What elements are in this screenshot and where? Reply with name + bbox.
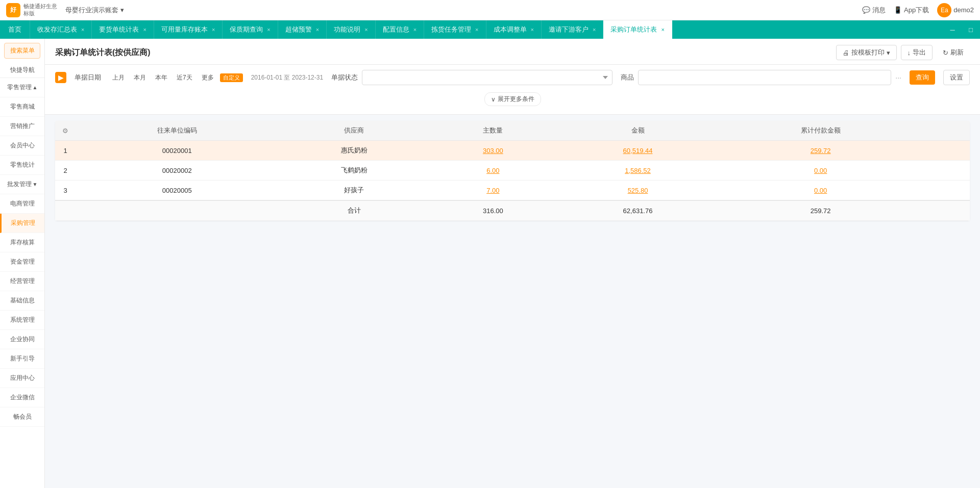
row-code: 00020005	[76, 181, 278, 201]
sidebar-item-basic-info[interactable]: 基础信息	[0, 291, 44, 311]
date-options: 上月 本月 本年 近7天 更多 自定义	[109, 72, 243, 83]
app-download-button[interactable]: 📱 App下载	[894, 6, 929, 15]
sidebar-item-marketing[interactable]: 营销推广	[0, 117, 44, 136]
sidebar-item-retail-shop[interactable]: 零售商城	[0, 97, 44, 117]
column-settings-icon[interactable]: ⚙	[62, 127, 68, 135]
message-button[interactable]: 💬 消息	[862, 6, 886, 15]
sidebar-item-member-center[interactable]: 会员中心	[0, 136, 44, 156]
tab-goods-summary[interactable]: 要货单统计表 ×	[92, 20, 154, 39]
close-icon[interactable]: ×	[593, 27, 596, 33]
tab-actions: ─ □	[943, 20, 980, 39]
settings-button[interactable]: 设置	[943, 70, 970, 85]
sidebar-item-vip-member[interactable]: 畅会员	[0, 407, 44, 427]
row-quantity[interactable]: 7.00	[430, 181, 556, 201]
row-paid[interactable]: 0.00	[719, 161, 922, 181]
status-select[interactable]	[362, 70, 612, 85]
row-paid[interactable]: 259.72	[719, 141, 922, 161]
tab-picking-task[interactable]: 拣货任务管理 ×	[424, 20, 486, 39]
logo-area: 好 畅捷通好生意 标版	[6, 3, 57, 17]
expand-more-button[interactable]: ∨ 展开更多条件	[55, 92, 970, 106]
sidebar-item-wholesale-manage[interactable]: 批发管理 ▼	[0, 175, 44, 194]
top-bar-right: 💬 消息 📱 App下载 Ea demo2	[862, 3, 974, 17]
row-quantity[interactable]: 6.00	[430, 161, 556, 181]
close-icon[interactable]: ×	[364, 27, 368, 33]
sidebar-item-retail-manage[interactable]: 零售管理 ▲	[0, 78, 44, 97]
footer-extra	[922, 200, 970, 221]
sidebar-item-ecommerce-manage[interactable]: 电商管理	[0, 194, 44, 214]
tab-warranty-query[interactable]: 保质期查询 ×	[223, 20, 278, 39]
close-icon[interactable]: ×	[267, 27, 270, 33]
date-range-display: 2016-01-01 至 2023-12-31	[251, 73, 323, 82]
search-menu-button[interactable]: 搜索菜单	[4, 43, 40, 59]
table-row[interactable]: 1 00020001 惠氏奶粉 303.00 60,519.44 259.72	[55, 141, 970, 161]
close-icon[interactable]: ×	[143, 27, 146, 33]
sidebar: 搜索菜单 快捷导航 零售管理 ▲ 零售商城 营销推广 会员中心 零售统计 批发管…	[0, 39, 45, 488]
close-icon[interactable]: ×	[212, 27, 215, 33]
filter-toggle-button[interactable]: ▶	[55, 72, 66, 83]
row-index: 3	[55, 181, 76, 201]
custom-date-badge[interactable]: 自定义	[220, 73, 243, 82]
row-quantity[interactable]: 303.00	[430, 141, 556, 161]
close-icon[interactable]: ×	[531, 27, 534, 33]
date-btn-this-month[interactable]: 本月	[131, 72, 149, 83]
row-amount[interactable]: 525.80	[556, 181, 719, 201]
row-paid[interactable]: 0.00	[719, 181, 922, 201]
sidebar-item-new-user-guide[interactable]: 新手引导	[0, 349, 44, 369]
close-icon[interactable]: ×	[316, 27, 319, 33]
tab-invite-downstream[interactable]: 邀请下游客户 ×	[542, 20, 603, 39]
page-header: 采购订单统计表(按供应商) 🖨 按模板打印 ▾ ↓ 导出 ↻ 刷新	[45, 39, 980, 65]
tab-minimize-button[interactable]: ─	[943, 20, 962, 39]
goods-input-more-icon[interactable]: ···	[895, 73, 901, 82]
expand-more-inner: ∨ 展开更多条件	[484, 92, 541, 106]
user-profile-button[interactable]: Ea demo2	[937, 3, 974, 17]
tab-receive-summary[interactable]: 收发存汇总表 ×	[30, 20, 92, 39]
sidebar-item-purchase-manage[interactable]: 采购管理	[0, 214, 44, 233]
close-icon[interactable]: ×	[413, 27, 416, 33]
sidebar-item-inventory-check[interactable]: 库存核算	[0, 233, 44, 252]
arrow-icon: ▼	[33, 182, 38, 187]
sidebar-search-area: 搜索菜单	[0, 39, 44, 63]
close-icon[interactable]: ×	[661, 27, 664, 33]
footer-quantity: 316.00	[430, 200, 556, 221]
close-icon[interactable]: ×	[475, 27, 478, 33]
sidebar-item-retail-stats[interactable]: 零售统计	[0, 156, 44, 175]
date-btn-this-year[interactable]: 本年	[152, 72, 170, 83]
tab-config-info[interactable]: 配置信息 ×	[376, 20, 424, 39]
sidebar-item-system-manage[interactable]: 系统管理	[0, 311, 44, 330]
status-label: 单据状态	[331, 73, 358, 82]
row-amount[interactable]: 60,519.44	[556, 141, 719, 161]
date-btn-7days[interactable]: 近7天	[174, 72, 195, 83]
close-icon[interactable]: ×	[81, 27, 84, 33]
top-bar: 好 畅捷通好生意 标版 母婴行业演示账套 ▾ 💬 消息 📱 App下载 Ea d…	[0, 0, 980, 20]
date-btn-last-month[interactable]: 上月	[109, 72, 128, 83]
tab-purchase-summary[interactable]: 采购订单统计表 ×	[603, 20, 672, 39]
goods-input[interactable]	[638, 70, 892, 85]
table-row[interactable]: 3 00020005 好孩子 7.00 525.80 0.00	[55, 181, 970, 201]
sidebar-item-operation-manage[interactable]: 经营管理	[0, 272, 44, 291]
tab-maximize-button[interactable]: □	[962, 20, 980, 39]
content-area: 采购订单统计表(按供应商) 🖨 按模板打印 ▾ ↓ 导出 ↻ 刷新	[45, 39, 980, 488]
sidebar-item-quick-nav[interactable]: 快捷导航	[0, 63, 44, 78]
sidebar-item-finance-manage[interactable]: 资金管理	[0, 252, 44, 272]
sidebar-item-enterprise-collab[interactable]: 企业协同	[0, 330, 44, 349]
tab-cost-adjust[interactable]: 成本调整单 ×	[486, 20, 542, 39]
tab-home[interactable]: 首页	[0, 20, 30, 39]
refresh-button[interactable]: ↻ 刷新	[937, 45, 970, 60]
sidebar-item-app-center[interactable]: 应用中心	[0, 369, 44, 388]
row-amount[interactable]: 1,586.52	[556, 161, 719, 181]
tab-overstock-warning[interactable]: 超储预警 ×	[278, 20, 327, 39]
table-footer-row: 合计 316.00 62,631.76 259.72	[55, 200, 970, 221]
export-button[interactable]: ↓ 导出	[901, 45, 933, 60]
query-button[interactable]: 查询	[910, 70, 935, 85]
sidebar-item-enterprise-wechat[interactable]: 企业微信	[0, 388, 44, 407]
table-row[interactable]: 2 00020002 飞鹤奶粉 6.00 1,586.52 0.00	[55, 161, 970, 181]
print-button[interactable]: 🖨 按模板打印 ▾	[836, 45, 897, 60]
workspace-selector[interactable]: 母婴行业演示账套 ▾	[61, 4, 128, 16]
arrow-icon: ▲	[33, 85, 38, 90]
footer-label	[76, 200, 278, 221]
date-btn-more[interactable]: 更多	[199, 72, 217, 83]
message-icon: 💬	[862, 6, 870, 14]
top-bar-left: 好 畅捷通好生意 标版 母婴行业演示账套 ▾	[6, 3, 128, 17]
tab-available-stock[interactable]: 可用量库存账本 ×	[154, 20, 223, 39]
tab-function-desc[interactable]: 功能说明 ×	[327, 20, 375, 39]
